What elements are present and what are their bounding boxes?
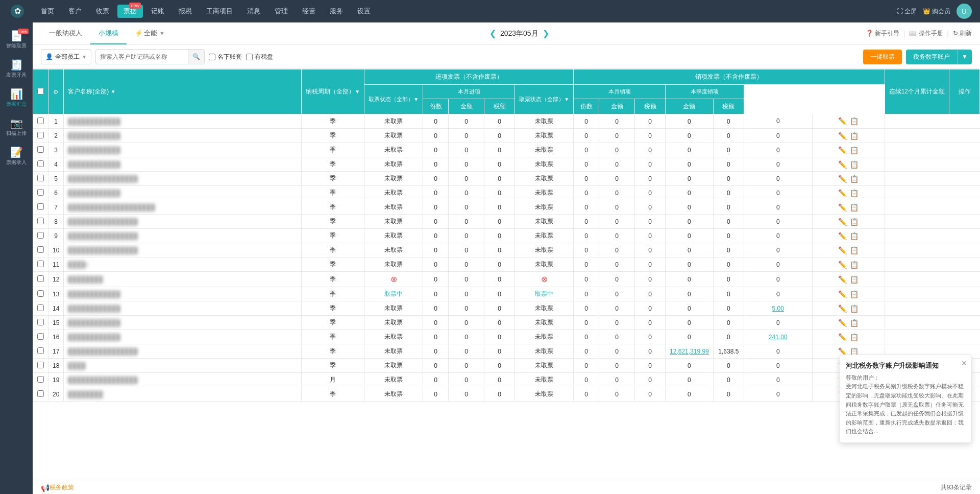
edit-icon-14[interactable]: ✏️ [838,304,847,313]
refresh-link[interactable]: ↻ 刷新 [953,29,972,38]
month-prev-btn[interactable]: ❮ [489,29,496,38]
row-checkbox-6[interactable] [37,189,44,196]
row-checkbox-12[interactable] [37,275,44,282]
row-checkbox-13[interactable] [37,290,44,297]
digital-tax-dropdown-btn[interactable]: ▼ [957,50,972,64]
copy-icon-14[interactable]: 📋 [850,304,859,313]
copy-icon-6[interactable]: 📋 [850,189,859,197]
copy-icon-4[interactable]: 📋 [850,160,859,169]
nav-management[interactable]: 管理 [268,5,294,18]
client-filter-icon[interactable]: ▼ [111,89,116,95]
copy-icon-15[interactable]: 📋 [850,319,859,327]
tab-all[interactable]: ⚡ 全能 ▼ [127,22,173,44]
row-checkbox-2[interactable] [37,132,44,138]
row-checkbox-11[interactable] [37,261,44,267]
year-amount-link[interactable]: 241.00 [769,334,788,341]
row-checkbox-7[interactable] [37,203,44,210]
sub-ledger-checkbox[interactable] [209,54,215,60]
copy-icon-10[interactable]: 📋 [850,246,859,254]
edit-icon-16[interactable]: ✏️ [838,333,847,341]
manual-link[interactable]: 📖 操作手册 [909,29,943,38]
copy-icon-12[interactable]: 📋 [850,275,859,284]
row-checkbox-4[interactable] [37,160,44,167]
copy-icon-2[interactable]: 📋 [850,132,859,140]
copy-icon-11[interactable]: 📋 [850,261,859,269]
month-next-btn[interactable]: ❯ [543,29,549,38]
nav-business[interactable]: 工商项目 [200,5,239,18]
edit-icon-12[interactable]: ✏️ [838,275,847,284]
copy-icon-3[interactable]: 📋 [850,146,859,154]
sidebar-item-invoice-entry[interactable]: 📝 票据录入 [2,143,31,170]
search-button[interactable]: 🔍 [188,50,204,64]
tab-general[interactable]: 一般纳税人 [41,22,90,44]
copy-icon-16[interactable]: 📋 [850,333,859,341]
row-checkbox-1[interactable] [37,117,44,124]
nav-accounting[interactable]: 记账 [145,5,170,18]
sidebar-item-open-invoice[interactable]: 🧾 发票开具 [2,56,31,83]
nav-invoice[interactable]: 票据 new [117,5,143,18]
edit-icon-4[interactable]: ✏️ [838,160,847,169]
out-status-filter[interactable]: ▼ [564,97,569,102]
row-checkbox-9[interactable] [37,232,44,239]
copy-icon-7[interactable]: 📋 [850,203,859,211]
tab-small[interactable]: 小规模 [90,22,127,44]
nav-collect[interactable]: 收票 [90,5,115,18]
nav-service[interactable]: 服务 [324,5,349,18]
edit-icon-3[interactable]: ✏️ [838,146,847,154]
all-tab-dropdown[interactable]: ▼ [159,30,165,36]
edit-icon-15[interactable]: ✏️ [838,319,847,327]
search-input[interactable] [96,53,188,60]
one-click-btn[interactable]: 一键取票 [863,50,902,64]
select-all-checkbox[interactable] [37,88,44,95]
edit-icon-7[interactable]: ✏️ [838,203,847,211]
edit-icon-1[interactable]: ✏️ [838,117,847,125]
row-checkbox-18[interactable] [37,362,44,368]
row-checkbox-20[interactable] [37,390,44,397]
row-checkbox-8[interactable] [37,218,44,224]
copy-icon-9[interactable]: 📋 [850,232,859,240]
copy-icon-5[interactable]: 📋 [850,175,859,183]
year-amount-link[interactable]: 5.00 [772,305,784,312]
member-btn[interactable]: 👑 购会员 [923,7,950,16]
sidebar-item-invoice-summary[interactable]: 📊 票据汇总 [2,85,31,112]
user-avatar[interactable]: U [957,4,972,19]
row-checkbox-5[interactable] [37,175,44,181]
sub-ledger-checkbox-label[interactable]: 名下账套 [209,53,242,61]
settings-icon[interactable]: ⚙ [53,88,59,96]
edit-icon-5[interactable]: ✏️ [838,175,847,183]
row-checkbox-19[interactable] [37,376,44,383]
fullscreen-btn[interactable]: ⛶ 全屏 [897,7,917,16]
copy-icon-8[interactable]: 📋 [850,218,859,226]
row-checkbox-3[interactable] [37,146,44,153]
edit-icon-2[interactable]: ✏️ [838,132,847,140]
nav-message[interactable]: 消息 [241,5,266,18]
has-tax-checkbox-label[interactable]: 有税盘 [246,53,273,61]
notification-close-btn[interactable]: ✕ [961,359,967,367]
tax-policy-link[interactable]: 税务政策 [50,483,74,492]
new-guide-link[interactable]: ❓ 新手引导 [866,29,899,38]
nav-home[interactable]: 首页 [35,5,60,18]
sidebar-item-smart-invoice[interactable]: 📄 智能取票 new [2,27,31,54]
q-amount-link[interactable]: 12,621,319.99 [670,348,709,355]
nav-settings[interactable]: 设置 [351,5,377,18]
edit-icon-10[interactable]: ✏️ [838,246,847,254]
has-tax-checkbox[interactable] [246,54,253,60]
row-checkbox-15[interactable] [37,319,44,325]
copy-icon-1[interactable]: 📋 [850,117,859,125]
row-checkbox-14[interactable] [37,304,44,311]
sidebar-item-scan-upload[interactable]: 📷 扫描上传 [2,114,31,141]
cycle-filter-icon[interactable]: ▼ [355,89,360,95]
edit-icon-13[interactable]: ✏️ [838,290,847,298]
nav-tax[interactable]: 报税 [173,5,198,18]
nav-operation[interactable]: 经营 [296,5,322,18]
edit-icon-11[interactable]: ✏️ [838,261,847,269]
in-status-filter[interactable]: ▼ [413,97,419,102]
row-checkbox-10[interactable] [37,246,44,253]
edit-icon-9[interactable]: ✏️ [838,232,847,240]
edit-icon-6[interactable]: ✏️ [838,189,847,197]
nav-client[interactable]: 客户 [62,5,88,18]
edit-icon-8[interactable]: ✏️ [838,218,847,226]
copy-icon-13[interactable]: 📋 [850,290,859,298]
digital-tax-btn[interactable]: 税务数字账户 [906,50,957,64]
row-checkbox-17[interactable] [37,347,44,354]
